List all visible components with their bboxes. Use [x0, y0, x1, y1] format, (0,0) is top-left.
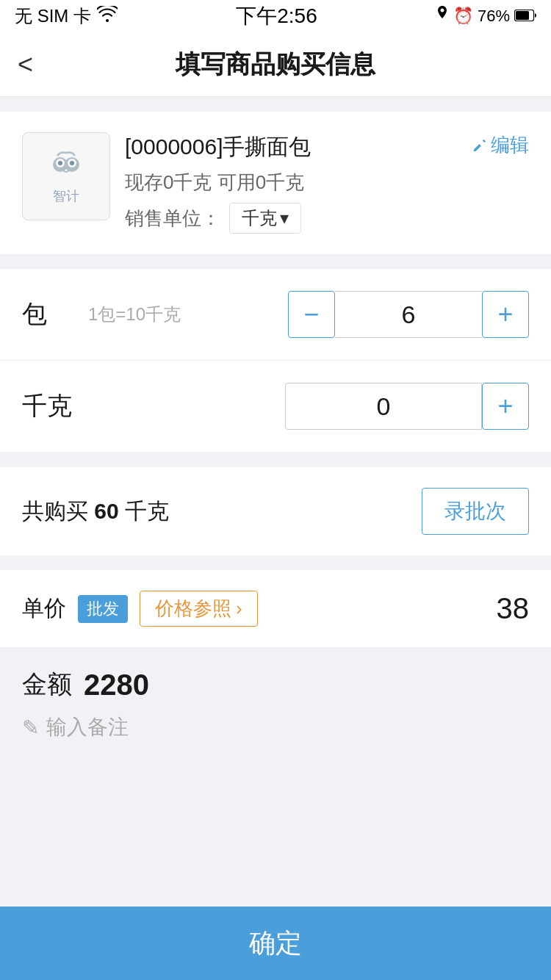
price-row: 单价 批发 价格参照 › 38 — [22, 591, 529, 627]
status-bar-time: 下午2:56 — [236, 2, 317, 30]
input-section: 包 1包=10千克 − + 千克 + — [0, 269, 551, 453]
battery-icon — [514, 7, 536, 26]
product-name-row: [0000006]手撕面包 编辑 — [125, 132, 529, 162]
price-type-tag: 批发 — [78, 595, 128, 623]
summary-text: 共购买 60 千克 — [22, 497, 169, 527]
summary-unit: 千克 — [125, 499, 169, 523]
status-bar: 无 SIM 卡 下午2:56 ⏰ 76% — [0, 0, 551, 32]
kg-input-row: 千克 + — [0, 361, 551, 453]
kg-increment-button[interactable]: + — [482, 383, 529, 430]
product-info: [0000006]手撕面包 编辑 现存0千克 可用0千克 销售单位： 千克 ▾ — [125, 132, 529, 234]
location-icon — [436, 6, 449, 26]
summary-row: 共购买 60 千克 录批次 — [0, 467, 551, 555]
battery-text: 76% — [478, 7, 510, 26]
edit-button[interactable]: 编辑 — [472, 132, 529, 158]
confirm-bar[interactable]: 确定 — [0, 907, 551, 980]
product-unit-row: 销售单位： 千克 ▾ — [125, 203, 529, 234]
amount-row: 金额 2280 — [22, 668, 529, 702]
price-ref-label: 价格参照 — [155, 596, 231, 621]
svg-point-6 — [58, 161, 62, 165]
kg-qty-input[interactable] — [285, 383, 482, 430]
sim-indicator: 无 SIM 卡 — [15, 4, 91, 28]
nav-bar: < 填写商品购买信息 — [0, 32, 551, 97]
status-bar-left: 无 SIM 卡 — [15, 4, 118, 28]
price-ref-arrow-icon: › — [236, 597, 242, 620]
amount-section: 金额 2280 ✎ 输入备注 — [0, 647, 551, 753]
batch-button[interactable]: 录批次 — [422, 488, 529, 535]
svg-rect-1 — [516, 11, 529, 20]
summary-quantity: 60 — [94, 499, 125, 523]
pencil-icon: ✎ — [22, 716, 39, 740]
bag-increment-button[interactable]: + — [482, 291, 529, 338]
product-thumbnail: 智计 — [22, 132, 110, 220]
note-placeholder: 输入备注 — [46, 713, 129, 741]
dropdown-arrow-icon: ▾ — [280, 208, 289, 228]
amount-value: 2280 — [84, 669, 149, 702]
note-row[interactable]: ✎ 输入备注 — [22, 713, 529, 741]
summary-prefix: 共购买 — [22, 499, 88, 523]
status-bar-right: ⏰ 76% — [436, 6, 536, 26]
kg-label: 千克 — [22, 389, 81, 423]
bag-input-row: 包 1包=10千克 − + — [0, 269, 551, 361]
product-stock: 现存0千克 可用0千克 — [125, 170, 529, 195]
alarm-icon: ⏰ — [453, 7, 473, 26]
product-card: 智计 [0000006]手撕面包 编辑 现存0千克 可用0千克 销售单位： 千克… — [0, 112, 551, 254]
product-logo-icon — [47, 148, 85, 184]
wifi-icon — [97, 6, 118, 26]
edit-label: 编辑 — [491, 132, 529, 158]
unit-select[interactable]: 千克 ▾ — [229, 203, 301, 234]
bag-qty-input[interactable] — [335, 291, 482, 338]
page-title: 填写商品购买信息 — [176, 48, 375, 82]
price-section: 单价 批发 价格参照 › 38 — [0, 570, 551, 647]
price-ref-button[interactable]: 价格参照 › — [140, 591, 258, 627]
amount-label: 金额 — [22, 668, 72, 702]
bag-qty-control: − + — [288, 291, 529, 338]
kg-qty-control: + — [285, 383, 529, 430]
unit-value: 千克 — [242, 206, 277, 230]
price-label: 单价 — [22, 594, 66, 624]
bag-hint: 1包=10千克 — [88, 303, 288, 326]
bag-decrement-button[interactable]: − — [288, 291, 335, 338]
svg-point-7 — [70, 161, 74, 165]
page-spacer — [0, 753, 551, 907]
bag-label: 包 — [22, 298, 81, 331]
price-value: 38 — [497, 592, 530, 625]
product-full-name: [0000006]手撕面包 — [125, 132, 472, 162]
back-button[interactable]: < — [18, 49, 33, 80]
unit-label: 销售单位： — [125, 206, 220, 231]
product-logo-text: 智计 — [53, 187, 79, 205]
confirm-button-label: 确定 — [249, 926, 302, 962]
